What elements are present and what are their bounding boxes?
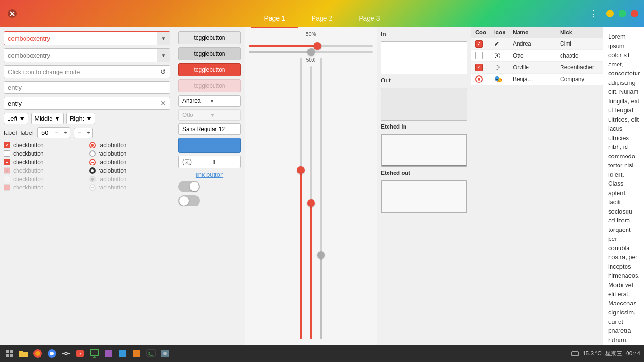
- combo-andrea-arrow: ▼: [210, 99, 237, 104]
- v-slider3-thumb[interactable]: [317, 251, 325, 259]
- dropdown-left[interactable]: Left ▼: [4, 113, 28, 124]
- file-upload-icon[interactable]: ⬆: [212, 159, 237, 165]
- entry-plain-input[interactable]: [8, 84, 166, 91]
- svg-rect-14: [90, 350, 99, 355]
- entry-icon-row: Click icon to change mode ↺: [4, 65, 170, 78]
- menu-icon[interactable]: ⋮: [589, 8, 598, 19]
- combo2-dropdown-btn[interactable]: ▼: [157, 49, 170, 62]
- radio2[interactable]: radiobutton: [89, 150, 171, 157]
- toggle-btn4: togglebutton: [178, 79, 241, 92]
- row2-icon: ☽: [494, 64, 513, 71]
- checkbox4-label: checkbutton: [13, 167, 44, 174]
- v-slider2-track[interactable]: [310, 66, 312, 339]
- taskbar-app2-icon[interactable]: [117, 348, 128, 359]
- file-chooser[interactable]: (无) ⬆: [178, 156, 241, 168]
- spin2-minus-btn[interactable]: −: [74, 128, 83, 138]
- toggle-btn1[interactable]: togglebutton: [178, 31, 241, 44]
- taskbar-monitor-icon[interactable]: [89, 348, 100, 359]
- row1-name: Otto: [513, 52, 560, 59]
- checkbox4-disabled: ✓: [4, 167, 10, 174]
- clear-icon[interactable]: ✕: [160, 99, 166, 107]
- svg-point-8: [35, 351, 40, 356]
- switch2[interactable]: [178, 195, 200, 206]
- h-sliders-section: [249, 45, 373, 53]
- close-button[interactable]: [4, 5, 21, 22]
- col-nick: Nick: [560, 29, 607, 36]
- svg-rect-6: [10, 354, 13, 357]
- taskbar-grid-icon[interactable]: [4, 348, 15, 359]
- taskbar-settings-icon[interactable]: [60, 348, 72, 359]
- row3-cool: [475, 75, 494, 83]
- close-dot[interactable]: [631, 10, 638, 17]
- v-slider3-fill: [320, 255, 322, 339]
- checkbox3-label: checkbutton: [13, 159, 44, 165]
- taskbar-firefox-icon[interactable]: [32, 348, 43, 359]
- switch1[interactable]: [178, 181, 200, 192]
- list-row-3[interactable]: 🎭 Benja… Company: [471, 74, 603, 85]
- spin-minus-btn[interactable]: −: [52, 128, 61, 138]
- dropdown-right[interactable]: Right ▼: [66, 113, 95, 124]
- dropdown-middle[interactable]: Middle ▼: [31, 113, 64, 124]
- v-slider1-track[interactable]: [300, 58, 302, 339]
- check3[interactable]: − checkbutton: [4, 159, 85, 165]
- list-row-1[interactable]: 🛈 Otto chaotic: [471, 50, 603, 62]
- h-slider2[interactable]: [249, 51, 373, 53]
- frame1-label: In: [381, 31, 467, 38]
- toggle-btn3[interactable]: togglebutton: [178, 63, 241, 76]
- spin2-plus-btn[interactable]: +: [83, 128, 92, 138]
- toggle-btn2[interactable]: togglebutton: [178, 47, 241, 60]
- h-slider1[interactable]: [249, 45, 373, 47]
- h-slider1-thumb[interactable]: [314, 42, 321, 50]
- link-button[interactable]: link button: [178, 171, 241, 178]
- radio5-label: radiobutton: [99, 176, 127, 182]
- list-row-2[interactable]: ✓ ☽ Orville Redenbacher: [471, 62, 603, 74]
- font-label: Sans Regular: [182, 126, 217, 132]
- combo-andrea[interactable]: Andrea ▼: [178, 95, 241, 107]
- tab-page1[interactable]: Page 1: [251, 11, 298, 28]
- taskbar-app1-icon[interactable]: [103, 348, 114, 359]
- combo2-entry[interactable]: [4, 49, 157, 61]
- titlebar-actions: ⋮: [589, 8, 638, 19]
- taskbar-chrome-icon[interactable]: [46, 348, 58, 359]
- minimize-dot[interactable]: [606, 10, 614, 17]
- spin-row: label label 50 − + − +: [4, 127, 170, 138]
- taskbar-photo-icon[interactable]: [159, 348, 171, 359]
- taskbar-music-icon[interactable]: ♪: [74, 348, 86, 359]
- check4: ✓ checkbutton: [4, 167, 85, 174]
- spin-box2: − +: [74, 128, 93, 138]
- v-slider2-thumb[interactable]: [307, 199, 315, 207]
- h-slider2-thumb[interactable]: [307, 48, 315, 56]
- entry-plain-row: [4, 81, 170, 94]
- list-row-0[interactable]: ✓ ✔ Andrea Cimi: [471, 38, 603, 50]
- radio1[interactable]: radiobutton: [89, 142, 171, 148]
- tab-page2[interactable]: Page 2: [298, 11, 346, 28]
- taskbar: ♪ $_ 15.3 °C 星期三 00:44: [0, 345, 644, 362]
- check2[interactable]: checkbutton: [4, 150, 85, 157]
- list-header: Cool Icon Name Nick: [471, 27, 603, 38]
- spin-plus-btn[interactable]: +: [61, 128, 70, 138]
- v-slider1-thumb[interactable]: [297, 166, 305, 174]
- v-slider1-fill: [300, 170, 302, 339]
- refresh-icon[interactable]: ↺: [160, 68, 166, 75]
- tab-page3[interactable]: Page 3: [346, 11, 393, 28]
- v-slider2-fill: [310, 203, 312, 340]
- color-button[interactable]: [178, 138, 241, 153]
- combo-otto-value: Otto: [182, 112, 210, 118]
- radio4-indicator: [89, 167, 96, 174]
- combo-otto-arrow: ▼: [210, 112, 237, 118]
- frame4-label: Etched out: [381, 170, 467, 176]
- taskbar-terminal-icon[interactable]: $_: [145, 348, 157, 359]
- entry-value-input[interactable]: [8, 100, 160, 107]
- font-selector[interactable]: Sans Regular 12: [178, 123, 241, 135]
- taskbar-app3-icon[interactable]: [131, 348, 142, 359]
- combo1-dropdown-btn[interactable]: ▼: [157, 32, 170, 45]
- radio3[interactable]: radiobutton: [89, 159, 171, 165]
- row1-cool: [475, 52, 494, 59]
- taskbar-folder-icon[interactable]: [18, 348, 29, 359]
- radio5-indicator: [89, 176, 96, 182]
- combo1-entry[interactable]: [4, 33, 157, 44]
- v-slider3-track[interactable]: [320, 58, 322, 339]
- check1[interactable]: ✓ checkbutton: [4, 142, 85, 148]
- keyboard-icon[interactable]: [571, 350, 579, 357]
- maximize-dot[interactable]: [619, 10, 626, 17]
